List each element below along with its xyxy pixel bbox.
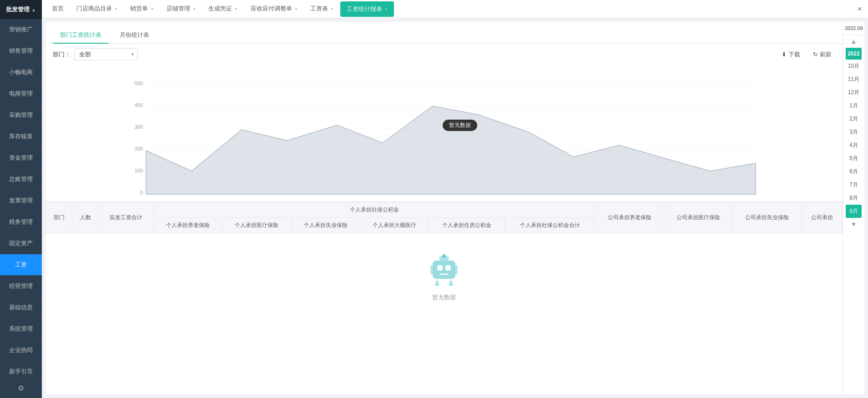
date-nav-items: 202210月11月12月1月2月3月4月5月6月7月8月9月 xyxy=(846,48,862,218)
sidebar-item-mini-shop[interactable]: 小畅电商 xyxy=(0,62,42,83)
date-nav-month-1月[interactable]: 1月 xyxy=(846,99,862,112)
sidebar-item-basics[interactable]: 基础信息 xyxy=(0,297,42,318)
refresh-icon: ↻ xyxy=(813,51,818,58)
sidebar-item-operations[interactable]: 经营管理 xyxy=(0,276,42,297)
sub-tabs: 部门工资统计表月份统计表 xyxy=(45,22,843,44)
tab-close-shop-catalog[interactable]: × xyxy=(115,6,117,11)
date-nav-month-9月[interactable]: 9月 xyxy=(846,205,862,218)
svg-rect-17 xyxy=(455,265,458,274)
date-nav-month-6月[interactable]: 6月 xyxy=(846,165,862,178)
svg-text:100: 100 xyxy=(135,168,143,173)
sidebar-collapse-arrow: ▲ xyxy=(31,7,36,12)
date-nav-month-2月[interactable]: 2月 xyxy=(846,112,862,126)
svg-text:400: 400 xyxy=(135,102,143,108)
date-nav-month-7月[interactable]: 7月 xyxy=(846,178,862,191)
sidebar-item-finance[interactable]: 资金管理 xyxy=(0,147,42,169)
tab-home[interactable]: 首页 xyxy=(45,1,70,17)
date-nav-month-4月[interactable]: 4月 xyxy=(846,139,862,152)
date-nav-up-arrow[interactable]: ▲ xyxy=(843,35,864,48)
sidebar: 批发管理 ▲ 营销推广销售管理小畅电商电商管理采购管理库存核算资金管理总账管理发… xyxy=(0,0,42,398)
tab-sales-order[interactable]: 销货单× xyxy=(124,1,160,17)
col-salary: 应发工资合计 xyxy=(99,202,153,233)
chart-area: 0 100 200 300 400 500 xyxy=(45,65,843,202)
date-nav-down-arrow[interactable]: ▼ xyxy=(843,218,864,231)
sidebar-item-marketing[interactable]: 营销推广 xyxy=(0,19,42,40)
svg-text:0: 0 xyxy=(140,190,143,195)
sidebar-item-purchase[interactable]: 采购管理 xyxy=(0,105,42,126)
tab-close-ap-adjustment[interactable]: × xyxy=(295,6,298,11)
tab-label-sales-order: 销货单 xyxy=(130,5,148,13)
sidebar-item-sales[interactable]: 销售管理 xyxy=(0,40,42,62)
chart-area-path xyxy=(146,106,756,194)
tab-ap-adjustment[interactable]: 应收应付调整单× xyxy=(244,1,304,17)
refresh-label: 刷新 xyxy=(820,50,832,59)
date-nav-month-11月[interactable]: 11月 xyxy=(846,73,862,86)
col-personal-total: 个人承担社保公积金合计 xyxy=(505,218,595,233)
svg-rect-14 xyxy=(445,265,451,271)
sidebar-item-fixed-assets[interactable]: 固定资产 xyxy=(0,233,42,254)
sidebar-item-enterprise[interactable]: 企业协同 xyxy=(0,340,42,361)
download-button[interactable]: ⬇ 下载 xyxy=(778,49,804,60)
svg-rect-16 xyxy=(430,265,433,274)
table-area[interactable]: 部门 人数 应发工资合计 个人承担社保公积金 公司承担养老保险 公司承担医疗保险… xyxy=(45,202,843,394)
date-nav-month-8月[interactable]: 8月 xyxy=(846,191,862,205)
sidebar-item-ecommerce[interactable]: 电商管理 xyxy=(0,83,42,105)
sidebar-item-system[interactable]: 系统管理 xyxy=(0,318,42,340)
dept-select[interactable]: 全部 xyxy=(74,48,138,60)
svg-text:500: 500 xyxy=(135,81,143,86)
main-area: 首页门店商品目录×销货单×店铺管理×生成凭证×应收应付调整单×工资表×工资统计报… xyxy=(42,0,868,398)
stats-table: 部门 人数 应发工资合计 个人承担社保公积金 公司承担养老保险 公司承担医疗保险… xyxy=(45,202,843,233)
sidebar-item-invoice[interactable]: 发票管理 xyxy=(0,190,42,212)
tab-production-voucher[interactable]: 生成凭证× xyxy=(202,1,244,17)
tab-label-shop-catalog: 门店商品目录 xyxy=(76,5,112,13)
tabs-actions: × xyxy=(855,4,864,14)
tab-close-production-voucher[interactable]: × xyxy=(235,6,237,11)
tab-close-shop-mgmt[interactable]: × xyxy=(193,6,196,11)
sidebar-item-payroll[interactable]: 工资 xyxy=(0,254,42,276)
toolbar: 部门： 全部 ▾ ⬇ 下载 ↻ 刷新 xyxy=(45,44,843,65)
tab-payroll-stats[interactable]: 工资统计报表× xyxy=(340,1,394,17)
close-all-tabs-button[interactable]: × xyxy=(855,4,864,14)
date-nav-month-5月[interactable]: 5月 xyxy=(846,152,862,165)
tab-shop-mgmt[interactable]: 店铺管理× xyxy=(160,1,202,17)
svg-text:200: 200 xyxy=(135,146,143,151)
tabs-bar: 首页门店商品目录×销货单×店铺管理×生成凭证×应收应付调整单×工资表×工资统计报… xyxy=(42,0,868,18)
col-dept: 部门 xyxy=(46,202,72,233)
tab-payroll-table[interactable]: 工资表× xyxy=(304,1,340,17)
settings-icon[interactable]: ⚙ xyxy=(18,384,24,392)
tab-label-shop-mgmt: 店铺管理 xyxy=(167,5,190,13)
col-company-medical: 公司承担医疗保险 xyxy=(664,202,732,233)
svg-rect-12 xyxy=(433,261,455,279)
empty-robot-icon xyxy=(426,252,462,288)
col-personal-major-medical: 个人承担大额医疗 xyxy=(360,218,429,233)
sub-tab-monthly-stats[interactable]: 月份统计表 xyxy=(112,27,156,44)
tab-close-sales-order[interactable]: × xyxy=(151,6,153,11)
col-personal-insurance-group: 个人承担社保公积金 xyxy=(153,202,595,218)
svg-rect-13 xyxy=(437,265,443,271)
toolbar-right: ⬇ 下载 ↻ 刷新 xyxy=(778,49,835,60)
tab-shop-catalog[interactable]: 门店商品目录× xyxy=(70,1,124,17)
tab-label-payroll-stats: 工资统计报表 xyxy=(347,5,382,13)
sidebar-item-guide[interactable]: 新手引导 xyxy=(0,361,42,378)
sub-tab-dept-stats[interactable]: 部门工资统计表 xyxy=(53,27,109,44)
chart-svg: 0 100 200 300 400 500 xyxy=(53,69,835,196)
col-personal-housing-fund: 个人承担住房公积金 xyxy=(429,218,505,233)
date-nav-month-12月[interactable]: 12月 xyxy=(846,86,862,99)
sidebar-item-inventory[interactable]: 库存核算 xyxy=(0,126,42,147)
refresh-button[interactable]: ↻ 刷新 xyxy=(809,49,835,60)
date-nav-month-10月[interactable]: 10月 xyxy=(846,60,862,73)
col-num: 人数 xyxy=(72,202,99,233)
col-personal-medical: 个人承担医疗保险 xyxy=(222,218,291,233)
tab-close-payroll-table[interactable]: × xyxy=(331,6,333,11)
tab-close-payroll-stats[interactable]: × xyxy=(385,6,388,12)
date-nav-month-3月[interactable]: 3月 xyxy=(846,126,862,139)
sidebar-item-general-ledger[interactable]: 总账管理 xyxy=(0,169,42,190)
sidebar-title[interactable]: 批发管理 ▲ xyxy=(0,0,42,19)
download-label: 下载 xyxy=(788,50,800,59)
date-nav-current: 2022.09 xyxy=(845,25,863,31)
sidebar-item-tax[interactable]: 税务管理 xyxy=(0,212,42,233)
date-nav-year-2022[interactable]: 2022 xyxy=(846,48,862,60)
tab-label-home: 首页 xyxy=(52,5,64,13)
sidebar-title-text: 批发管理 xyxy=(6,5,30,14)
toolbar-left: 部门： 全部 ▾ xyxy=(53,48,138,60)
